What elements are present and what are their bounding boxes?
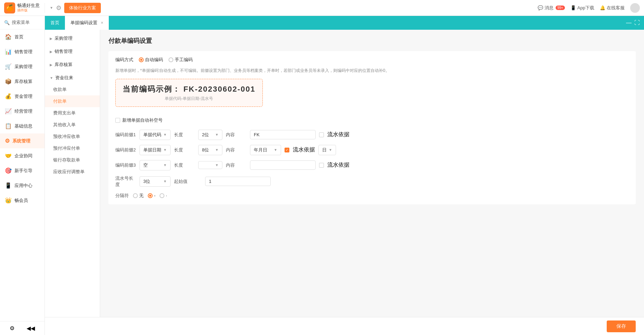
auto-encode-radio[interactable] [139,57,144,62]
dropdown-icon[interactable]: ▼ [50,6,53,10]
prefix1-select[interactable]: 单据代码 ▼ [140,130,171,140]
tab-current-label: 单据编码设置 [70,20,97,26]
sub-group-purchase-header[interactable]: ▶ 采购管理 [45,32,100,44]
tab-home[interactable]: 首页 [45,16,65,30]
content1-label: 内容 [226,132,247,138]
tab-minimize-icon[interactable]: — [626,20,632,26]
start-value-input[interactable] [205,177,271,186]
settings-bottom-icon[interactable]: ⚙ [10,325,15,332]
sep-dash-radio[interactable] [148,193,153,198]
auto-encode-option[interactable]: 自动编码 [139,57,163,63]
sep-none-option[interactable]: 无 [133,193,144,199]
stream3-checkbox[interactable] [319,163,324,168]
collapse-icon[interactable]: ◀◀ [27,325,35,332]
sub-group-sales: ▶ 销售管理 [45,46,100,57]
content3-input[interactable] [250,160,316,170]
length2-select[interactable]: 8位 ▼ [198,145,222,155]
sep-dash-option[interactable]: - [148,193,155,198]
sidebar-item-system[interactable]: ⚙ 系统管理 [0,133,45,148]
sidebar-item-apps[interactable]: 📱 应用中心 [0,178,45,193]
separator-label: 分隔符 [115,193,129,199]
sidebar-item-sales[interactable]: 📊 销售管理 [0,44,45,59]
content2-chevron-icon: ▼ [274,148,277,152]
sidebar-item-guide[interactable]: 🎯 新手引导 [0,163,45,178]
sub-item-bank[interactable]: 银行存取款单 [45,154,100,166]
save-button[interactable]: 保存 [607,320,636,332]
sub-item-receipt[interactable]: 收款单 [45,84,100,95]
settings-icon[interactable]: ⚙ [56,4,61,12]
tab-close-icon[interactable]: × [101,20,103,25]
prefix3-select[interactable]: 空 ▼ [140,160,171,170]
content2-select[interactable]: 年月日 ▼ [250,145,281,155]
sidebar-item-finance[interactable]: 💰 资金管理 [0,89,45,104]
home-icon: 🏠 [5,34,12,40]
manual-encode-option[interactable]: 手工编码 [169,57,193,63]
serial-length-select[interactable]: 3位 ▼ [140,176,171,187]
sub-item-adjustment[interactable]: 应收应付调整单 [45,166,100,178]
sub-item-expense[interactable]: 费用支出单 [45,107,100,119]
sep-none-radio[interactable] [133,193,138,198]
sidebar-label-guide: 新手引导 [15,168,32,174]
prefix1-label: 编码前缀1 [115,132,136,138]
tab-home-label: 首页 [50,20,59,26]
sidebar: 🔍 搜索菜单 🏠 首页 📊 销售管理 🛒 采购管理 📦 库存核算 💰 资金管理 … [0,16,45,335]
auto-fill-row: 新增单据自动补空号 [115,117,629,123]
logo-name: 畅通好生意 [17,3,40,8]
sep-dash-label: - [154,193,155,198]
sep-dot-option[interactable]: · [160,193,167,198]
length2-value: 8位 [202,147,209,153]
sub-item-pre-receipt[interactable]: 预收冲应收单 [45,131,100,142]
inventory-icon: 📦 [5,78,12,85]
prefix3-row: 编码前缀3 空 ▼ 长度 ▼ 内容 流水依据 [115,160,629,170]
sub-group-sales-header[interactable]: ▶ 销售管理 [45,46,100,57]
content1-input[interactable] [250,130,316,139]
operation-icon: 📈 [5,108,12,114]
sidebar-search[interactable]: 🔍 搜索菜单 [0,16,45,29]
app-download-item[interactable]: 📱 App下载 [570,5,594,11]
experience-button[interactable]: 体验行业方案 [64,3,101,13]
message-item[interactable]: 💬 消息 99+ [538,5,565,11]
stream2-checkbox[interactable]: ✓ [285,148,289,152]
sub-group-purchase: ▶ 采购管理 [45,32,100,44]
sidebar-item-member[interactable]: 👑 畅会员 [0,193,45,208]
sidebar-item-inventory[interactable]: 📦 库存核算 [0,74,45,89]
prefix1-row: 编码前缀1 单据代码 ▼ 长度 2位 ▼ 内容 流水依据 [115,130,629,140]
online-service-item[interactable]: 🔔 在线客服 [600,5,625,11]
sub-item-pre-payment[interactable]: 预付冲应付单 [45,142,100,154]
finance-icon: 💰 [5,93,12,100]
sep-dot-radio[interactable] [160,193,164,198]
sidebar-item-basic[interactable]: 📋 基础信息 [0,119,45,133]
code-preview-sub: 单据代码-单据日期-流水号 [123,96,256,102]
sidebar-item-operation[interactable]: 📈 经营管理 [0,104,45,119]
stream1-checkbox[interactable] [319,132,324,137]
sidebar-item-purchase[interactable]: 🛒 采购管理 [0,59,45,74]
sidebar-label-finance: 资金管理 [15,93,32,100]
sub-item-payment[interactable]: 付款单 [45,95,100,107]
prefix2-select[interactable]: 单据日期 ▼ [140,145,171,155]
sidebar-item-enterprise[interactable]: 🤝 企业协同 [0,148,45,163]
length2-label: 长度 [174,147,195,153]
sub-group-inventory-header[interactable]: ▶ 库存核算 [45,59,100,71]
sidebar-bottom: ⚙ ◀◀ [0,321,45,335]
manual-encode-radio[interactable] [169,57,173,62]
length1-select[interactable]: 2位 ▼ [198,130,222,140]
sidebar-item-home[interactable]: 🏠 首页 [0,29,45,44]
sales-icon: 📊 [5,48,12,55]
tab-maximize-icon[interactable]: ⛶ [634,20,640,26]
sidebar-label-member: 畅会员 [15,197,28,204]
length3-select[interactable]: ▼ [198,161,222,169]
auto-fill-label: 新增单据自动补空号 [122,117,163,123]
auto-fill-checkbox[interactable] [115,118,120,123]
user-avatar[interactable] [630,3,640,13]
main-layout: 🔍 搜索菜单 🏠 首页 📊 销售管理 🛒 采购管理 📦 库存核算 💰 资金管理 … [0,16,644,335]
sub-item-other-income[interactable]: 其他收入单 [45,119,100,131]
length1-label: 长度 [174,132,195,138]
sub-group-finance: ▼ 资金往来 收款单 付款单 费用支出单 其他收入单 预收冲应收单 预付冲应付单… [45,72,100,178]
separator-row: 分隔符 无 - · [115,193,629,199]
message-icon: 💬 [538,5,543,10]
tab-bar-actions: — ⛶ [626,20,644,26]
stream2-unit-select[interactable]: 日 ▼ [318,145,336,155]
tab-current[interactable]: 单据编码设置 × [65,16,109,30]
sub-group-finance-label: 资金往来 [55,75,73,81]
sub-group-finance-header[interactable]: ▼ 资金往来 [45,72,100,84]
